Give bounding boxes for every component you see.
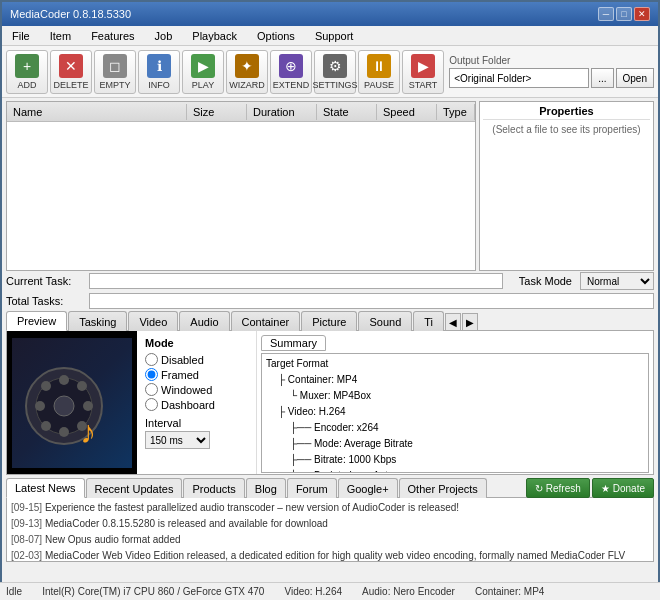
close-button[interactable]: ✕	[634, 7, 650, 21]
tree-item: └── De-interlace: Auto	[266, 468, 644, 473]
browse-button[interactable]: ...	[591, 68, 613, 88]
svg-point-6	[83, 401, 93, 411]
delete-button[interactable]: ✕ DELETE	[50, 50, 92, 94]
interval-select[interactable]: 150 ms 300 ms 500 ms 1000 ms	[145, 431, 210, 449]
news-tab-other[interactable]: Other Projects	[399, 478, 487, 498]
wizard-button[interactable]: ✦ WIZARD	[226, 50, 268, 94]
add-button[interactable]: + ADD	[6, 50, 48, 94]
tabs-container: Preview Tasking Video Audio Container Pi…	[6, 311, 654, 475]
news-tab-latest[interactable]: Latest News	[6, 478, 85, 498]
tab-picture[interactable]: Picture	[301, 311, 357, 331]
output-folder-label: Output Folder	[449, 55, 654, 66]
news-tab-googleplus[interactable]: Google+	[338, 478, 398, 498]
refresh-button[interactable]: ↻ Refresh	[526, 478, 590, 498]
donate-button[interactable]: ★ Donate	[592, 478, 654, 498]
empty-button[interactable]: ◻ EMPTY	[94, 50, 136, 94]
tab-sound[interactable]: Sound	[358, 311, 412, 331]
mode-framed-radio[interactable]	[145, 368, 158, 381]
summary-tab[interactable]: Summary	[261, 335, 326, 351]
mode-windowed-row[interactable]: Windowed	[145, 383, 248, 396]
pause-icon: ⏸	[367, 54, 391, 78]
news-date: [08-07]	[11, 534, 42, 545]
wizard-label: WIZARD	[229, 80, 265, 90]
status-video: Video: H.264	[284, 586, 342, 597]
start-icon: ▶	[411, 54, 435, 78]
news-tab-updates[interactable]: Recent Updates	[86, 478, 183, 498]
output-folder-input[interactable]	[449, 68, 589, 88]
tab-video[interactable]: Video	[128, 311, 178, 331]
total-task-input[interactable]	[89, 293, 654, 309]
news-tab-blog[interactable]: Blog	[246, 478, 286, 498]
mode-windowed-label: Windowed	[161, 384, 212, 396]
mode-dashboard-row[interactable]: Dashboard	[145, 398, 248, 411]
settings-button[interactable]: ⚙ SETTINGS	[314, 50, 356, 94]
col-type: Type	[437, 104, 475, 120]
col-name: Name	[7, 104, 187, 120]
news-item: [09-15] Experience the fastest paralleli…	[11, 500, 649, 516]
tree-item: ├ Container: MP4	[266, 372, 644, 388]
mode-disabled-radio[interactable]	[145, 353, 158, 366]
news-item: [09-13] MediaCoder 0.8.15.5280 is releas…	[11, 516, 649, 532]
menu-features[interactable]: Features	[85, 29, 140, 43]
news-content[interactable]: [09-15] Experience the fastest paralleli…	[6, 497, 654, 562]
tab-prev-btn[interactable]: ◀	[445, 313, 461, 331]
tab-ti[interactable]: Ti	[413, 311, 444, 331]
task-mode-select[interactable]: Normal Sequential Parallel	[580, 272, 654, 290]
settings-label: SETTINGS	[313, 80, 358, 90]
col-duration: Duration	[247, 104, 317, 120]
tab-preview[interactable]: Preview	[6, 311, 67, 331]
maximize-button[interactable]: □	[616, 7, 632, 21]
info-button[interactable]: ℹ INFO	[138, 50, 180, 94]
menu-file[interactable]: File	[6, 29, 36, 43]
file-list-body[interactable]	[7, 122, 475, 269]
menu-options[interactable]: Options	[251, 29, 301, 43]
news-tab-products[interactable]: Products	[183, 478, 244, 498]
tab-container[interactable]: Container	[231, 311, 301, 331]
summary-content[interactable]: Target Format ├ Container: MP4 └ Muxer: …	[261, 353, 649, 473]
svg-point-2	[54, 396, 74, 416]
preview-panel: ♪	[7, 331, 137, 474]
tab-tasking[interactable]: Tasking	[68, 311, 127, 331]
mode-disabled-row[interactable]: Disabled	[145, 353, 248, 366]
tab-row: Preview Tasking Video Audio Container Pi…	[6, 311, 654, 331]
extend-button[interactable]: ⊕ EXTEND	[270, 50, 312, 94]
tab-content: ♪ Mode Disabled Framed Windowed Dashboar…	[6, 330, 654, 475]
delete-icon: ✕	[59, 54, 83, 78]
mode-windowed-radio[interactable]	[145, 383, 158, 396]
menu-support[interactable]: Support	[309, 29, 360, 43]
add-icon: +	[15, 54, 39, 78]
refresh-label: Refresh	[546, 483, 581, 494]
menu-item[interactable]: Item	[44, 29, 77, 43]
empty-icon: ◻	[103, 54, 127, 78]
properties-panel: Properties (Select a file to see its pro…	[479, 101, 654, 271]
current-task-input[interactable]	[89, 273, 503, 289]
news-tab-forum[interactable]: Forum	[287, 478, 337, 498]
tab-next-btn[interactable]: ▶	[462, 313, 478, 331]
svg-point-3	[59, 375, 69, 385]
tree-item: ├── Encoder: x264	[266, 420, 644, 436]
play-button[interactable]: ▶ PLAY	[182, 50, 224, 94]
svg-point-4	[59, 427, 69, 437]
news-text: MediaCoder 0.8.15.5280 is released and a…	[45, 518, 328, 529]
mode-framed-row[interactable]: Framed	[145, 368, 248, 381]
status-bar: Idle Intel(R) Core(TM) i7 CPU 860 / GeFo…	[0, 582, 660, 600]
menu-job[interactable]: Job	[149, 29, 179, 43]
news-text: New Opus audio format added	[45, 534, 181, 545]
tab-audio[interactable]: Audio	[179, 311, 229, 331]
wizard-icon: ✦	[235, 54, 259, 78]
mode-disabled-label: Disabled	[161, 354, 204, 366]
menu-playback[interactable]: Playback	[186, 29, 243, 43]
mode-dashboard-radio[interactable]	[145, 398, 158, 411]
pause-button[interactable]: ⏸ PAUSE	[358, 50, 400, 94]
window-controls[interactable]: ─ □ ✕	[598, 7, 650, 21]
start-label: START	[409, 80, 438, 90]
minimize-button[interactable]: ─	[598, 7, 614, 21]
current-task-row: Current Task: Task Mode Normal Sequentia…	[2, 271, 658, 291]
open-button[interactable]: Open	[616, 68, 654, 88]
status-idle: Idle	[6, 586, 22, 597]
interval-label: Interval	[145, 417, 181, 429]
news-tabs-row: Latest News Recent Updates Products Blog…	[6, 478, 654, 498]
start-button[interactable]: ▶ START	[402, 50, 444, 94]
news-date: [02-03]	[11, 550, 42, 561]
mode-framed-label: Framed	[161, 369, 199, 381]
